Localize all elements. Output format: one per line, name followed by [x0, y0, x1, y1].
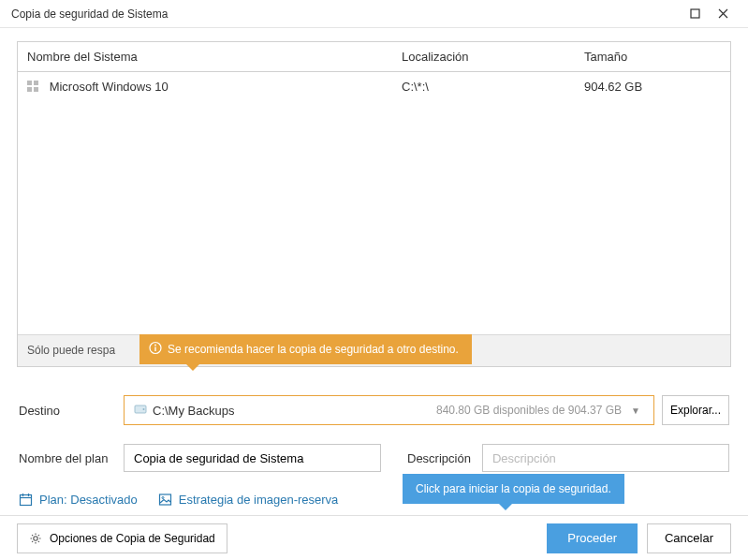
destination-input[interactable]: C:\My Backups 840.80 GB disponibles de 9… — [124, 395, 654, 425]
svg-point-9 — [143, 408, 145, 410]
proceed-tooltip: Click para iniciar la copia de seguridad… — [403, 474, 624, 504]
col-header-size: Tamaño — [575, 42, 730, 71]
table-header: Nombre del Sistema Localización Tamaño — [18, 42, 730, 72]
row-size: 904.62 GB — [575, 72, 730, 101]
svg-rect-0 — [691, 9, 699, 18]
svg-rect-14 — [159, 494, 170, 505]
strategy-link[interactable]: Estrategia de imagen-reserva — [158, 493, 339, 507]
svg-rect-2 — [34, 81, 38, 85]
bottom-bar: Opciones de Copia de Seguridad Proceder … — [0, 515, 748, 560]
row-name: Microsoft Windows 10 — [50, 80, 169, 94]
system-table: Nombre del Sistema Localización Tamaño M… — [17, 41, 731, 367]
svg-rect-7 — [154, 347, 155, 352]
svg-point-16 — [34, 536, 37, 539]
image-icon — [158, 493, 172, 507]
schedule-text: Plan: Desactivado — [39, 493, 138, 507]
recommendation-banner: Se recomienda hacer la copia de segurida… — [139, 334, 472, 364]
close-icon — [718, 8, 728, 19]
options-label: Opciones de Copia de Seguridad — [50, 532, 215, 545]
explore-button[interactable]: Explorar... — [662, 395, 729, 425]
footer-text: Sólo puede respa — [27, 344, 115, 357]
gear-icon — [29, 532, 42, 545]
svg-point-15 — [162, 497, 164, 499]
svg-rect-4 — [34, 87, 38, 92]
close-button[interactable] — [709, 0, 737, 28]
maximize-button[interactable] — [681, 0, 709, 28]
dropdown-icon[interactable]: ▼ — [627, 405, 644, 416]
info-icon — [149, 342, 162, 358]
col-header-location: Localización — [392, 42, 575, 71]
table-footer: Sólo puede respa Se recomienda hacer la … — [18, 334, 730, 366]
window-title: Copia de seguridad de Sistema — [11, 7, 681, 21]
tooltip-text: Click para iniciar la copia de seguridad… — [416, 482, 611, 495]
svg-rect-1 — [27, 81, 32, 85]
schedule-link[interactable]: Plan: Desactivado — [19, 493, 138, 507]
banner-text: Se recomienda hacer la copia de segurida… — [168, 343, 459, 356]
disk-icon — [134, 403, 147, 419]
destination-path: C:\My Backups — [153, 404, 436, 418]
calendar-icon — [19, 493, 33, 507]
windows-icon — [27, 81, 38, 92]
description-input[interactable] — [482, 444, 729, 472]
svg-rect-10 — [21, 495, 32, 506]
proceed-button[interactable]: Proceder — [547, 523, 638, 553]
svg-rect-3 — [27, 87, 32, 92]
strategy-text: Estrategia de imagen-reserva — [179, 493, 339, 507]
svg-point-6 — [154, 345, 156, 346]
description-label: Descripción — [407, 451, 471, 465]
row-location: C:\*:\ — [392, 72, 575, 101]
col-header-name: Nombre del Sistema — [18, 42, 392, 71]
plan-name-input[interactable] — [124, 444, 381, 472]
destination-free: 840.80 GB disponibles de 904.37 GB — [436, 404, 622, 417]
plan-name-label: Nombre del plan — [19, 451, 124, 465]
titlebar: Copia de seguridad de Sistema — [0, 0, 748, 28]
options-button[interactable]: Opciones de Copia de Seguridad — [17, 523, 227, 553]
destination-label: Destino — [19, 404, 124, 418]
cancel-button[interactable]: Cancelar — [647, 523, 731, 553]
maximize-icon — [690, 8, 700, 19]
table-row[interactable]: Microsoft Windows 10 C:\*:\ 904.62 GB — [18, 72, 730, 101]
